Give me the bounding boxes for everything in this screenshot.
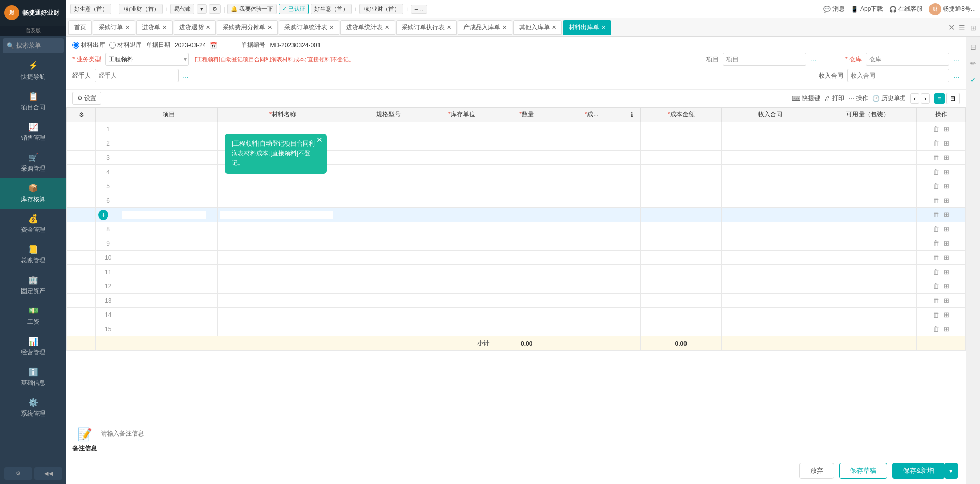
row-income-contract-cell[interactable]: [722, 122, 819, 136]
row-unit-cell[interactable]: [429, 151, 494, 165]
row-delete-icon[interactable]: 🗑: [931, 225, 941, 233]
row-qty-cell[interactable]: [494, 208, 559, 222]
row-cost-cell[interactable]: [559, 193, 624, 208]
biz-type-dropdown-icon[interactable]: ▾: [184, 56, 187, 63]
row-income-contract-cell[interactable]: [722, 151, 819, 165]
row-spec-cell[interactable]: [348, 122, 429, 136]
row-cost-cell[interactable]: [559, 236, 624, 251]
save-new-button[interactable]: 保存&新增: [892, 463, 945, 479]
row-material-cell[interactable]: [218, 294, 348, 308]
row-qty-cell[interactable]: [494, 165, 559, 179]
tab-purchase-fee[interactable]: 采购费用分摊单 ✕: [217, 20, 278, 35]
discard-button[interactable]: 放弃: [799, 463, 834, 479]
tab-material-out[interactable]: 材料出库单 ✕: [563, 20, 611, 35]
sidebar-item-basic-info[interactable]: ℹ️ 基础信息: [0, 362, 66, 393]
row-copy-icon[interactable]: ⊞: [942, 197, 951, 204]
sidebar-item-project[interactable]: 📋 项目合同: [0, 86, 66, 117]
row-delete-icon[interactable]: 🗑: [931, 125, 941, 133]
row-unit-cell[interactable]: [429, 279, 494, 294]
row-cost-amount-cell[interactable]: [641, 208, 722, 222]
row-material-cell[interactable]: [218, 265, 348, 279]
row-income-contract-cell[interactable]: [722, 308, 819, 322]
save-draft-button[interactable]: 保存草稿: [839, 463, 887, 479]
row-project-cell[interactable]: [120, 122, 218, 136]
row-material-cell[interactable]: [218, 308, 348, 322]
layout-grid-btn[interactable]: ⊞: [969, 23, 978, 32]
tab-home[interactable]: 首页: [68, 20, 92, 35]
row-project-cell[interactable]: [120, 236, 218, 251]
row-copy-icon[interactable]: ⊞: [942, 154, 951, 161]
tab-close-icon[interactable]: ✕: [162, 24, 167, 31]
row-cost-amount-cell[interactable]: [641, 322, 722, 336]
layout-split-btn[interactable]: ⊟: [946, 93, 960, 104]
row-unit-cell[interactable]: [429, 165, 494, 179]
row-unit-cell[interactable]: [429, 265, 494, 279]
print-btn[interactable]: 🖨 打印: [824, 94, 844, 103]
tab-close-icon[interactable]: ✕: [329, 24, 334, 31]
tab-finished-goods[interactable]: 产成品入库单 ✕: [458, 20, 512, 35]
row-project-input[interactable]: [122, 211, 206, 219]
row-cost-cell[interactable]: [559, 179, 624, 193]
row-copy-icon[interactable]: ⊞: [942, 139, 951, 147]
handler-more-btn[interactable]: …: [183, 72, 189, 79]
row-spec-cell[interactable]: [348, 165, 429, 179]
row-cost-amount-cell[interactable]: [641, 265, 722, 279]
row-income-contract-cell[interactable]: [722, 208, 819, 222]
tab-purchase-order[interactable]: 采购订单 ✕: [93, 20, 135, 35]
row-income-contract-cell[interactable]: [722, 165, 819, 179]
row-delete-icon[interactable]: 🗑: [931, 268, 941, 276]
row-material-cell[interactable]: [218, 322, 348, 336]
row-cost-amount-cell[interactable]: [641, 136, 722, 151]
tooltip-close-btn[interactable]: ✕: [316, 136, 323, 144]
radio-material-return[interactable]: 材料退库: [109, 41, 142, 50]
row-cost-cell[interactable]: [559, 308, 624, 322]
row-qty-cell[interactable]: [494, 236, 559, 251]
date-picker-icon[interactable]: 📅: [210, 42, 217, 49]
sidebar-item-ledger[interactable]: 📒 总账管理: [0, 239, 66, 270]
tab-purchase-return[interactable]: 进货退货 ✕: [174, 20, 216, 35]
row-project-cell[interactable]: [120, 308, 218, 322]
row-spec-cell[interactable]: [348, 265, 429, 279]
row-spec-cell[interactable]: [348, 208, 429, 222]
row-unit-cell[interactable]: [429, 136, 494, 151]
row-cost-cell[interactable]: [559, 136, 624, 151]
online-service-item[interactable]: 🎧 在线客服: [889, 5, 923, 13]
row-cost-amount-cell[interactable]: [641, 222, 722, 236]
row-material-cell[interactable]: [218, 279, 348, 294]
sidebar-item-inventory[interactable]: 📦 库存核算: [0, 178, 66, 209]
row-income-contract-cell[interactable]: [722, 294, 819, 308]
row-copy-icon[interactable]: ⊞: [942, 211, 951, 219]
warehouse-more-btn[interactable]: …: [953, 56, 960, 63]
radio-return-input[interactable]: [109, 42, 116, 49]
row-income-contract-cell[interactable]: [722, 279, 819, 294]
nav-good-finance-1[interactable]: +好业财（首）: [119, 4, 163, 14]
row-delete-icon[interactable]: 🗑: [931, 282, 941, 290]
nav-settings-icon[interactable]: ⚙: [209, 4, 221, 14]
sidebar-item-sales[interactable]: 📈 销售管理: [0, 117, 66, 148]
row-income-contract-cell[interactable]: [722, 222, 819, 236]
sidebar-item-finance[interactable]: 💰 资金管理: [0, 209, 66, 239]
row-cost-cell[interactable]: [559, 265, 624, 279]
row-spec-cell[interactable]: [348, 236, 429, 251]
row-cost-cell[interactable]: [559, 222, 624, 236]
row-cost-amount-cell[interactable]: [641, 165, 722, 179]
row-qty-cell[interactable]: [494, 193, 559, 208]
row-income-contract-cell[interactable]: [722, 179, 819, 193]
row-material-cell[interactable]: [218, 179, 348, 193]
row-qty-cell[interactable]: [494, 251, 559, 265]
close-all-tabs-btn[interactable]: ✕: [948, 22, 955, 32]
project-more-btn[interactable]: …: [811, 56, 817, 63]
row-copy-icon[interactable]: ⊞: [942, 182, 951, 190]
row-income-contract-cell[interactable]: [722, 251, 819, 265]
row-copy-icon[interactable]: ⊞: [942, 325, 951, 333]
right-icon-edit[interactable]: ✏: [968, 57, 978, 69]
sidebar-item-quick-nav[interactable]: ⚡ 快捷导航: [0, 56, 66, 86]
row-qty-cell[interactable]: [494, 122, 559, 136]
row-spec-cell[interactable]: [348, 136, 429, 151]
tab-in-stats[interactable]: 进货单统计表 ✕: [340, 20, 395, 35]
tab-close-icon[interactable]: ✕: [267, 24, 272, 31]
tab-purchase-in[interactable]: 进货单 ✕: [136, 20, 173, 35]
row-qty-cell[interactable]: [494, 294, 559, 308]
row-unit-cell[interactable]: [429, 122, 494, 136]
right-icon-table[interactable]: ⊟: [968, 41, 978, 53]
